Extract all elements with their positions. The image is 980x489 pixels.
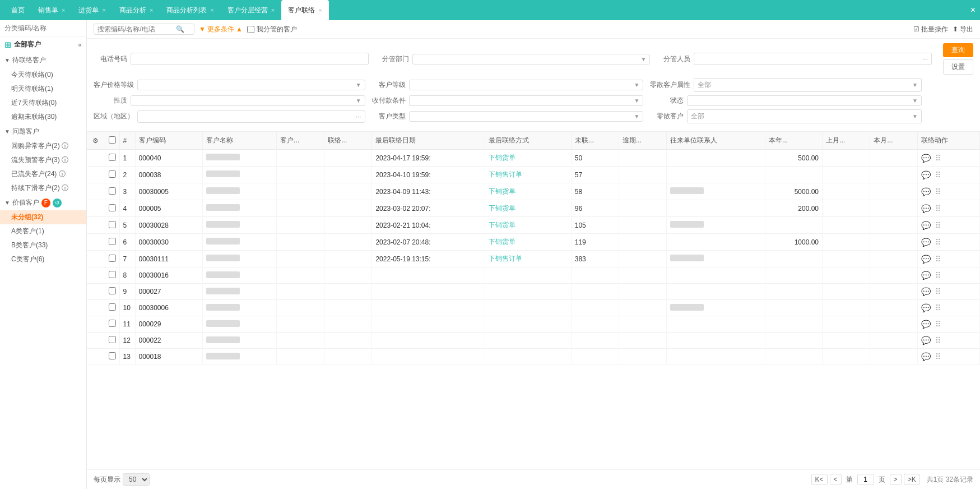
last-page-btn[interactable]: >K (904, 474, 920, 485)
tab-customer-contact-close[interactable]: × (318, 7, 322, 13)
row-checkbox[interactable] (109, 187, 116, 195)
chat-icon[interactable]: 💬 (921, 336, 931, 345)
apps-icon[interactable]: ⠿ (935, 287, 941, 296)
chat-icon[interactable]: 💬 (921, 352, 931, 361)
filter-region-select[interactable]: ··· (137, 110, 365, 123)
col-check[interactable] (105, 132, 119, 150)
sidebar-item-today[interactable]: 今天待联络(0) (0, 68, 86, 82)
apps-icon[interactable]: ⠿ (935, 336, 941, 345)
filter-retail-attr-select[interactable]: 全部 ▼ (694, 78, 922, 92)
sidebar-search-input[interactable] (4, 24, 87, 32)
filter-search-icon[interactable]: 🔍 (176, 25, 184, 33)
col-no-contact[interactable]: 未联... (571, 132, 619, 150)
chat-icon[interactable]: 💬 (921, 303, 931, 312)
row-checkbox[interactable] (109, 352, 116, 359)
filter-manager-dots[interactable]: ··· (922, 55, 928, 63)
filter-payment-select[interactable]: ▼ (409, 95, 644, 106)
apps-icon[interactable]: ⠿ (935, 204, 941, 213)
chat-icon[interactable]: 💬 (921, 320, 931, 329)
filter-manager-select[interactable]: ··· (694, 53, 932, 65)
all-customers-header[interactable]: ⊞ 全部客户 « (0, 36, 86, 53)
apps-icon[interactable]: ⠿ (935, 187, 941, 196)
chat-icon[interactable]: 💬 (921, 170, 931, 179)
contact-method-link[interactable]: 下销货单 (489, 221, 515, 229)
row-checkbox[interactable] (109, 271, 116, 278)
col-this-month[interactable]: 本月... (870, 132, 918, 150)
col-last-contact-method[interactable]: 最后联络方式 (485, 132, 571, 150)
row-checkbox[interactable] (109, 154, 116, 161)
tab-sales-close[interactable]: × (62, 7, 65, 13)
select-all-checkbox[interactable] (109, 136, 116, 144)
sidebar-group-value[interactable]: ▼ 价值客户 F ↺ (0, 195, 86, 210)
col-last-month[interactable]: 上月... (823, 132, 870, 150)
tab-customer-segment[interactable]: 客户分层经营 × (221, 0, 281, 20)
contact-method-link[interactable]: 下销售订单 (489, 255, 522, 262)
my-customers-checkbox[interactable] (247, 26, 254, 33)
col-company-contact[interactable]: 往来单位联系人 (667, 132, 765, 150)
first-page-btn[interactable]: K< (811, 474, 828, 485)
sidebar-item-tomorrow[interactable]: 明天待联络(1) (0, 82, 86, 96)
filter-customer-type-select[interactable]: ▼ (409, 111, 644, 122)
row-checkbox[interactable] (109, 238, 116, 245)
sidebar-item-classA[interactable]: A类客户(1) (0, 224, 86, 238)
tab-product-analysis[interactable]: 商品分析 × (113, 0, 160, 20)
tab-customer-segment-close[interactable]: × (271, 7, 275, 13)
row-checkbox[interactable] (109, 336, 116, 343)
value-refresh-icon[interactable]: ↺ (53, 199, 62, 207)
col-last-contact-date[interactable]: 最后联络日期 (372, 132, 485, 150)
sidebar-group-pending[interactable]: ▼ 待联络客户 (0, 53, 86, 68)
filter-dept-select[interactable]: ▼ (412, 54, 651, 64)
tab-product-analysis-close[interactable]: × (150, 7, 153, 13)
row-checkbox[interactable] (109, 221, 116, 228)
sidebar-group-problem[interactable]: ▼ 问题客户 (0, 124, 86, 139)
filter-phone-input[interactable] (131, 53, 369, 65)
apps-icon[interactable]: ⠿ (935, 271, 941, 280)
apps-icon[interactable]: ⠿ (935, 238, 941, 247)
tab-product-analysis-list-close[interactable]: × (210, 7, 213, 13)
tab-purchase[interactable]: 进货单 × (72, 0, 112, 20)
tab-home[interactable]: 首页 (4, 0, 31, 20)
filter-retail-select[interactable]: 全部 ▼ (687, 109, 922, 123)
tab-product-analysis-list[interactable]: 商品分析列表 × (160, 0, 220, 20)
filter-nature-select[interactable]: ▼ (131, 95, 365, 106)
filter-price-level-select[interactable]: ▼ (137, 80, 365, 90)
col-this-year[interactable]: 本年... (765, 132, 822, 150)
apps-icon[interactable]: ⠿ (935, 320, 941, 329)
row-checkbox[interactable] (109, 303, 116, 311)
chat-icon[interactable]: 💬 (921, 255, 931, 264)
row-checkbox[interactable] (109, 255, 116, 262)
row-checkbox[interactable] (109, 320, 116, 327)
sidebar-item-classC[interactable]: C类客户(6) (0, 252, 86, 266)
col-name[interactable]: 客户名称 (202, 132, 276, 150)
filter-customer-level-select[interactable]: ▼ (409, 80, 644, 90)
chat-icon[interactable]: 💬 (921, 204, 931, 213)
sidebar-item-near7[interactable]: 近7天待联络(0) (0, 96, 86, 110)
batch-ops-btn[interactable]: ☑ 批量操作 (913, 25, 948, 34)
col-contact[interactable]: 联络... (324, 132, 372, 150)
sidebar-item-classB[interactable]: B类客户(33) (0, 238, 86, 252)
col-gear[interactable]: ⚙ (87, 132, 105, 150)
chat-icon[interactable]: 💬 (921, 221, 931, 230)
export-btn[interactable]: ⬆ 导出 (953, 25, 973, 34)
reset-button[interactable]: 设置 (943, 59, 973, 75)
filter-region-dots[interactable]: ··· (356, 113, 361, 121)
chat-icon[interactable]: 💬 (921, 271, 931, 280)
tab-customer-contact[interactable]: 客户联络 × (281, 0, 328, 20)
apps-icon[interactable]: ⠿ (935, 221, 941, 230)
gear-icon[interactable]: ⚙ (92, 137, 99, 145)
contact-method-link[interactable]: 下销货单 (489, 204, 515, 212)
sidebar-item-overdue[interactable]: 逾期未联络(30) (0, 110, 86, 124)
col-type[interactable]: 客户... (277, 132, 324, 150)
chat-icon[interactable]: 💬 (921, 287, 931, 296)
chat-icon[interactable]: 💬 (921, 154, 931, 163)
row-checkbox[interactable] (109, 170, 116, 178)
contact-method-link[interactable]: 下销货单 (489, 154, 515, 162)
apps-icon[interactable]: ⠿ (935, 154, 941, 163)
filter-search-input[interactable] (97, 25, 176, 33)
chat-icon[interactable]: 💬 (921, 238, 931, 247)
apps-icon[interactable]: ⠿ (935, 303, 941, 312)
page-size-select[interactable]: 50 (123, 473, 150, 486)
col-code[interactable]: 客户编码 (135, 132, 202, 150)
page-num-input[interactable] (857, 474, 874, 485)
sidebar-item-churn-risk[interactable]: 流失预警客户(3) ⓘ (0, 153, 86, 167)
